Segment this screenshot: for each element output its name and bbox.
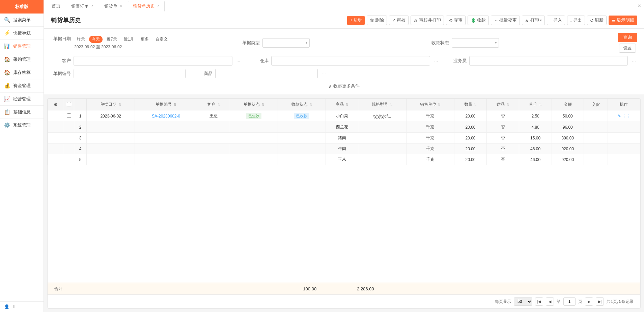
cell-doc-no: SA-20230602-0 — [135, 110, 197, 122]
goods-input[interactable] — [215, 69, 318, 78]
tab-sales-history-close[interactable]: × — [158, 4, 160, 8]
print-button[interactable]: 🖨 打印 ▾ — [522, 16, 545, 25]
row-checkbox[interactable] — [67, 113, 71, 118]
audit-print-button[interactable]: 🖨 审核并打印 — [411, 16, 444, 25]
page-size-select[interactable]: 50 100 200 — [514, 297, 532, 306]
doc-no-input[interactable] — [74, 69, 186, 78]
warehouse-input[interactable] — [271, 56, 430, 66]
delete-icon: 🗑 — [370, 18, 374, 23]
operations-icon: 📈 — [4, 96, 10, 102]
first-page-btn[interactable]: |◀ — [535, 297, 543, 306]
user-icon: 👤 — [4, 304, 9, 309]
tab-sales-delivery-close[interactable]: × — [120, 4, 122, 8]
sidebar-item-inventory-calc[interactable]: 🏠 库存核算 — [0, 66, 44, 79]
sort-spec[interactable]: ⇅ — [390, 103, 393, 106]
audit-button[interactable]: ✓ 审核 — [389, 16, 409, 25]
collect-button[interactable]: 💲 收款 — [468, 16, 489, 25]
sidebar-item-basic-info[interactable]: 📋 基础信息 — [0, 106, 44, 119]
sort-doc-date[interactable]: ⇅ — [118, 103, 121, 106]
tab-sales-order[interactable]: 销售订单 × — [66, 1, 99, 11]
refresh-button[interactable]: ↺ 刷新 — [587, 16, 607, 25]
cell-gift: 否 — [487, 144, 519, 154]
abandon-button[interactable]: ⊘ 弃审 — [446, 16, 466, 25]
col-gift: 赠品 ⇅ — [487, 99, 519, 110]
salesperson-input[interactable] — [469, 56, 628, 66]
select-all-checkbox[interactable] — [67, 102, 71, 106]
add-button[interactable]: + 新增 — [347, 16, 365, 25]
pay-status-label: 收款状态 — [429, 40, 449, 46]
pay-status-select[interactable] — [452, 38, 499, 48]
salesperson-label: 业务员 — [446, 58, 467, 64]
search-icon: 🔍 — [4, 17, 10, 23]
window-close-btn[interactable]: ✕ — [638, 3, 641, 8]
customer-dots[interactable]: ··· — [235, 58, 242, 63]
sidebar-item-quick-nav[interactable]: ⚡ 快捷导航 — [0, 27, 44, 40]
cell-goods: 小白菜 — [326, 110, 358, 122]
sidebar-item-finance-mgmt[interactable]: 💰 资金管理 — [0, 79, 44, 93]
sort-unit-price[interactable]: ⇅ — [539, 103, 542, 106]
filter-collapse[interactable]: ∧ 收起更多条件 — [51, 82, 637, 90]
doc-no-link[interactable]: SA-20230602-0 — [152, 114, 180, 119]
date-today[interactable]: 今天 — [89, 36, 103, 43]
sidebar-item-purchase-mgmt[interactable]: 🏠 采购管理 — [0, 53, 44, 66]
sort-quantity[interactable]: ⇅ — [474, 103, 477, 106]
table-header-row: ⚙ 单据日期 ⇅ 单据编号 ⇅ 客户 ⇅ 单据状态 ⇅ 收款状态 ⇅ 商品 ⇅ … — [48, 99, 640, 110]
sidebar-item-label: 搜索菜单 — [13, 17, 31, 23]
tab-sales-history[interactable]: 销货单历史 × — [128, 1, 165, 11]
cell-row-no: 4 — [74, 144, 87, 154]
customer-input[interactable] — [74, 56, 232, 66]
show-detail-button[interactable]: ☰ 显示明细 — [609, 16, 637, 25]
date-label: 单据日期 — [51, 36, 71, 42]
sort-pay-status[interactable]: ⇅ — [309, 103, 312, 106]
sort-doc-no[interactable]: ⇅ — [174, 103, 176, 106]
cell-doc-status — [230, 122, 278, 133]
sidebar-collapse-icon[interactable]: ⏸ — [12, 304, 17, 309]
warehouse-dots[interactable]: ··· — [433, 58, 440, 63]
delete-button[interactable]: 🗑 删除 — [367, 16, 387, 25]
col-doc-date: 单据日期 ⇅ — [87, 99, 135, 110]
tab-sales-delivery[interactable]: 销货单 × — [99, 1, 127, 11]
salesperson-dots[interactable]: ··· — [631, 58, 637, 63]
sidebar-item-operations-mgmt[interactable]: 📈 经营管理 — [0, 93, 44, 106]
page-number-input[interactable]: 1 — [563, 297, 576, 306]
prev-page-btn[interactable]: ◀ — [546, 297, 554, 306]
doc-type-select[interactable] — [262, 38, 310, 48]
more-link[interactable]: ⋮⋮ — [622, 114, 630, 119]
cell-unit-price: 46.00 — [519, 144, 552, 154]
col-settings[interactable]: ⚙ — [48, 99, 64, 110]
sidebar-item-search-menu[interactable]: 🔍 搜索菜单 — [0, 14, 44, 27]
import-button[interactable]: ↑ 导入 — [547, 16, 565, 25]
goods-dots[interactable]: ··· — [320, 71, 327, 76]
sort-goods[interactable]: ⇅ — [345, 103, 348, 106]
tab-home[interactable]: 首页 — [47, 1, 65, 11]
date-last1month[interactable]: 近1月 — [121, 36, 137, 43]
edit-link[interactable]: ✎ — [618, 114, 621, 119]
sort-sales-unit[interactable]: ⇅ — [438, 103, 441, 106]
tab-sales-order-close[interactable]: × — [91, 4, 93, 8]
export-button[interactable]: ↓ 导出 — [567, 16, 585, 25]
settings-button[interactable]: 设置 — [619, 44, 636, 53]
col-row-no — [74, 99, 87, 110]
audit-print-icon: 🖨 — [414, 18, 418, 23]
next-page-btn[interactable]: ▶ — [585, 297, 593, 306]
date-yesterday[interactable]: 昨天 — [74, 36, 88, 43]
sidebar-item-system-mgmt[interactable]: ⚙️ 系统管理 — [0, 119, 44, 132]
cell-checkbox — [64, 122, 74, 133]
cell-transaction — [584, 110, 608, 122]
settings-icon[interactable]: ⚙ — [54, 102, 58, 107]
batch-change-button[interactable]: ↔ 批量变更 — [491, 16, 520, 25]
last-page-btn[interactable]: ▶| — [596, 297, 604, 306]
query-button[interactable]: 查询 — [618, 33, 637, 42]
cell-unit-price: 15.00 — [519, 133, 552, 144]
sort-customer[interactable]: ⇅ — [217, 103, 220, 106]
date-last7days[interactable]: 近7天 — [104, 36, 120, 43]
pay-status-select-wrap — [452, 38, 499, 48]
collapse-icon: ∧ — [329, 84, 332, 89]
sort-gift[interactable]: ⇅ — [506, 103, 509, 106]
sidebar-item-sales-mgmt[interactable]: 📊 销售管理 — [0, 40, 44, 53]
date-more[interactable]: 更多 — [138, 36, 151, 43]
date-custom[interactable]: 自定义 — [153, 36, 170, 43]
col-checkbox — [64, 99, 74, 110]
sort-doc-status[interactable]: ⇅ — [261, 103, 264, 106]
cell-settings — [48, 154, 64, 165]
